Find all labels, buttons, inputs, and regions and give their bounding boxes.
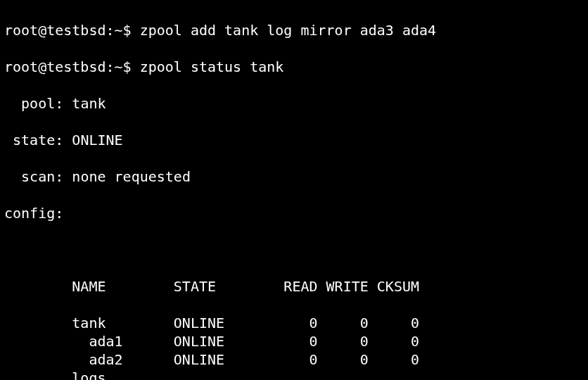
table-row: tank ONLINE 0 0 0 (4, 314, 584, 332)
terminal-output: root@testbsd:~$ zpool add tank log mirro… (0, 0, 588, 380)
table-row: ada2 ONLINE 0 0 0 (4, 350, 584, 369)
config-line: config: (4, 204, 584, 222)
cmd-line-1: root@testbsd:~$ zpool add tank log mirro… (4, 21, 584, 39)
blank-line (4, 241, 584, 259)
table-row: ada1 ONLINE 0 0 0 (4, 332, 584, 350)
config-rows: tank ONLINE 0 0 0 ada1 ONLINE 0 0 0 ada2… (4, 314, 584, 380)
state-line: state: ONLINE (4, 131, 584, 149)
prompt: root@testbsd:~$ (4, 58, 132, 75)
scan-line: scan: none requested (4, 167, 584, 186)
cmd-line-2: root@testbsd:~$ zpool status tank (4, 58, 584, 76)
pool-line: pool: tank (4, 94, 584, 113)
table-row: logs (4, 369, 584, 380)
command-add: zpool add tank log mirror ada3 ada4 (140, 22, 436, 39)
prompt: root@testbsd:~$ (4, 22, 132, 39)
config-header: NAME STATE READ WRITE CKSUM (4, 277, 584, 296)
command-status: zpool status tank (140, 58, 284, 75)
